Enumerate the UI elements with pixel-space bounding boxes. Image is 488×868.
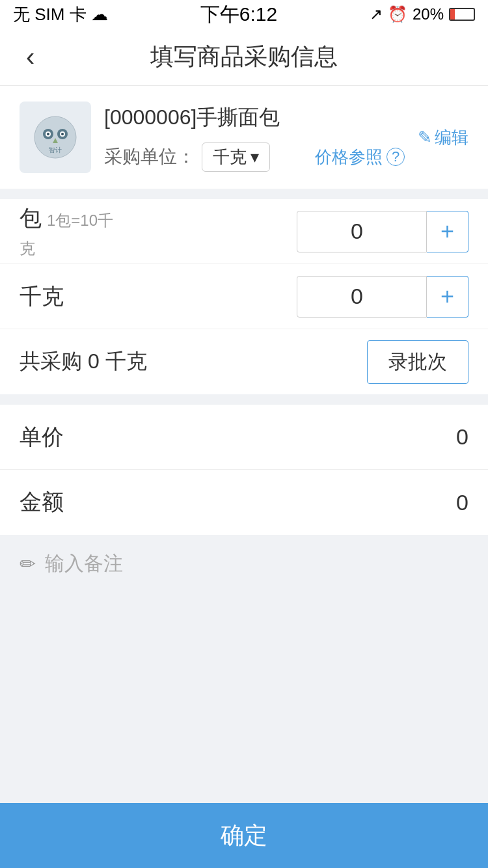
summary-row: 共采购 0 千克 录批次 <box>0 329 488 394</box>
summary-text: 共采购 0 千克 <box>20 347 147 376</box>
status-right: ↗ ⏰ 20% <box>370 5 475 23</box>
unit-price-row: 单价 0 <box>0 405 488 470</box>
svg-point-6 <box>61 133 64 135</box>
divider-1 <box>0 189 488 199</box>
status-time: 下午6:12 <box>200 1 277 28</box>
bag-input-right: + <box>297 211 468 252</box>
alarm-icon: ⏰ <box>388 5 407 23</box>
input-section: 包1包=10千克 + 千克 + <box>0 199 488 329</box>
edit-label: 编辑 <box>435 126 468 149</box>
unit-value: 千克 <box>213 146 247 169</box>
dropdown-arrow-icon: ▾ <box>251 147 259 167</box>
bottom-area <box>0 593 488 788</box>
battery-indicator <box>449 8 475 21</box>
location-icon: ↗ <box>370 5 383 23</box>
confirm-button[interactable]: 确定 <box>0 803 488 868</box>
kg-input-right: + <box>297 276 468 318</box>
product-name: [0000006]手撕面包 <box>104 103 405 132</box>
unit-dropdown[interactable]: 千克 ▾ <box>202 142 270 172</box>
unit-price-value: 0 <box>456 424 468 450</box>
kg-label: 千克 <box>20 282 124 312</box>
product-info: [0000006]手撕面包 采购单位： 千克 ▾ 价格参照 ? <box>104 103 405 172</box>
sim-label: 无 SIM 卡 ☁ <box>13 3 108 26</box>
kg-input-row: 千克 + <box>0 264 488 329</box>
price-ref-button[interactable]: 价格参照 ? <box>315 146 405 169</box>
page-title: 填写商品采购信息 <box>150 41 338 73</box>
product-right: ✎ 编辑 <box>418 126 468 149</box>
price-section: 单价 0 金额 0 <box>0 405 488 535</box>
svg-point-5 <box>47 133 49 135</box>
record-batch-button[interactable]: 录批次 <box>367 340 468 384</box>
kg-plus-button[interactable]: + <box>427 276 468 318</box>
status-bar: 无 SIM 卡 ☁ 下午6:12 ↗ ⏰ 20% <box>0 0 488 29</box>
remark-placeholder: 输入备注 <box>45 550 123 577</box>
product-card: 智计 [0000006]手撕面包 采购单位： 千克 ▾ 价格参照 ? ✎ 编辑 <box>0 86 488 189</box>
amount-row: 金额 0 <box>0 470 488 535</box>
product-meta: 采购单位： 千克 ▾ 价格参照 ? <box>104 142 405 172</box>
product-image: 智计 <box>20 102 91 173</box>
purchase-unit-label: 采购单位： <box>104 144 195 169</box>
bag-input-row: 包1包=10千克 + <box>0 199 488 264</box>
remark-section[interactable]: ✏ 输入备注 <box>0 535 488 593</box>
battery-percent: 20% <box>413 5 444 23</box>
divider-2 <box>0 394 488 405</box>
svg-text:智计: 智计 <box>49 146 62 154</box>
unit-price-label: 单价 <box>20 422 64 452</box>
edit-icon: ✎ <box>418 128 432 148</box>
purchase-unit: 采购单位： 千克 ▾ <box>104 142 270 172</box>
edit-button[interactable]: ✎ 编辑 <box>418 126 468 149</box>
bag-label: 包1包=10千克 <box>20 204 124 259</box>
status-left: 无 SIM 卡 ☁ <box>13 3 108 26</box>
amount-label: 金额 <box>20 487 64 517</box>
price-ref-label: 价格参照 <box>315 146 383 169</box>
kg-quantity-input[interactable] <box>297 276 427 318</box>
nav-bar: ‹ 填写商品采购信息 <box>0 29 488 86</box>
product-logo: 智计 <box>33 115 78 160</box>
bag-quantity-input[interactable] <box>297 211 427 252</box>
help-icon: ? <box>386 148 405 166</box>
pencil-icon: ✏ <box>20 552 36 575</box>
back-button[interactable]: ‹ <box>20 36 41 78</box>
amount-value: 0 <box>456 490 468 515</box>
bag-plus-button[interactable]: + <box>427 211 468 252</box>
